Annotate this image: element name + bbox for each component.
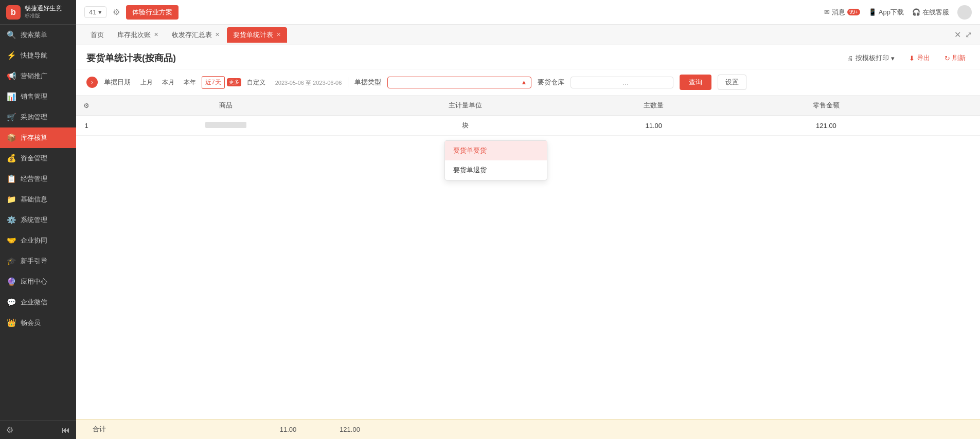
table-header-row: ⚙ 商品 主计量单位 主数量 零售金额 — [76, 96, 980, 116]
export-label: 导出 — [917, 53, 930, 63]
sidebar-item-management[interactable]: 📋 经营管理 — [0, 169, 76, 189]
row-amount: 121.00 — [732, 116, 921, 136]
filter-expand-button[interactable]: › — [86, 77, 98, 88]
header-settings-icon[interactable]: ⚙ — [113, 7, 120, 17]
appcenter-icon: 🔮 — [6, 277, 16, 287]
content-toolbar: 🖨 按模板打印 ▾ ⬇ 导出 ↻ 刷新 — [843, 51, 970, 65]
date-btn-7days[interactable]: 近7天 — [202, 76, 225, 89]
date-buttons: 上月 本月 本年 近7天 更多 自定义 — [137, 76, 269, 89]
inventory-icon: 📦 — [6, 133, 16, 143]
sidebar-item-quicknav[interactable]: ⚡ 快捷导航 — [0, 45, 76, 66]
sidebar-item-enterprise[interactable]: 🤝 企业协同 — [0, 230, 76, 251]
type-filter-chevron-icon[interactable]: ▲ — [521, 79, 527, 86]
sidebar-item-appcenter[interactable]: 🔮 应用中心 — [0, 271, 76, 292]
tab-inventory-batch-close-icon[interactable]: ✕ — [154, 31, 158, 38]
sidebar-item-marketing[interactable]: 📢 营销推广 — [0, 66, 76, 86]
sidebar-item-basic-info[interactable]: 📁 基础信息 — [0, 189, 76, 210]
footer-quantity: 11.00 — [257, 426, 319, 433]
export-button[interactable]: ⬇ 导出 — [905, 51, 934, 65]
tab-inventory-batch-label: 库存批次账 — [117, 30, 151, 40]
sidebar-item-system[interactable]: ⚙️ 系统管理 — [0, 210, 76, 230]
sidebar-item-finance[interactable]: 💰 资金管理 — [0, 148, 76, 169]
main-area: 41 ▾ ⚙ 体验行业方案 ✉ 消息 99+ 📱 App下载 🎧 在线客服 — [76, 0, 980, 439]
sidebar-footer: ⚙ ⏮ — [0, 420, 76, 439]
sidebar-item-label: 应用中心 — [21, 277, 47, 286]
date-filter-label: 单据日期 — [104, 78, 131, 87]
tab-inventory-batch[interactable]: 库存批次账 ✕ — [111, 27, 165, 43]
query-button[interactable]: 查询 — [680, 75, 711, 90]
filter-bar: › 单据日期 上月 本月 本年 近7天 更多 自定义 2023-05-06 至 … — [76, 69, 980, 96]
messages-icon: ✉ — [824, 8, 830, 16]
print-chevron-icon: ▾ — [891, 54, 895, 62]
sidebar-item-label: 企业微信 — [21, 298, 47, 307]
sidebar-item-label: 快捷导航 — [21, 51, 47, 60]
trial-button[interactable]: 体验行业方案 — [126, 5, 179, 20]
sidebar-item-label: 畅会员 — [21, 318, 41, 327]
col-settings-header[interactable]: ⚙ — [76, 96, 97, 116]
basic-info-icon: 📁 — [6, 194, 16, 205]
sidebar-logo: b 畅捷通好生意 标准版 — [0, 0, 76, 25]
tab-order-stats[interactable]: 要货单统计表 ✕ — [227, 27, 287, 43]
footer-total-label: 合计 — [93, 425, 106, 433]
sidebar-item-label: 营销推广 — [21, 71, 47, 81]
sidebar-item-label: 系统管理 — [21, 215, 47, 225]
date-range-text: 2023-05-06 至 2023-06-06 — [275, 80, 342, 86]
sidebar-item-label: 销售管理 — [21, 92, 47, 101]
enterprise-icon: 🤝 — [6, 235, 16, 246]
window-maximize-icon[interactable]: ⤢ — [965, 30, 972, 40]
finance-icon: 💰 — [6, 153, 16, 163]
sidebar-item-purchase[interactable]: 🛒 采购管理 — [0, 107, 76, 127]
date-btn-custom[interactable]: 自定义 — [243, 76, 269, 89]
tab-home-label: 首页 — [91, 30, 104, 40]
sidebar-item-search[interactable]: 🔍 搜索菜单 — [0, 25, 76, 45]
tab-summary-close-icon[interactable]: ✕ — [215, 31, 220, 38]
date-btn-last-month[interactable]: 上月 — [137, 76, 156, 89]
tab-summary[interactable]: 收发存汇总表 ✕ — [166, 27, 226, 43]
sidebar-item-guide[interactable]: 🎓 新手引导 — [0, 251, 76, 271]
sidebar-item-member[interactable]: 👑 畅会员 — [0, 313, 76, 333]
date-btn-this-month[interactable]: 本月 — [158, 76, 178, 89]
settings-footer-icon[interactable]: ⚙ — [6, 425, 13, 435]
content-area: 要货单统计表(按商品) 🖨 按模板打印 ▾ ⬇ 导出 ↻ 刷新 › — [76, 45, 980, 439]
col-amount-header: 零售金额 — [732, 96, 921, 116]
date-more-badge[interactable]: 更多 — [227, 78, 241, 86]
tab-home[interactable]: 首页 — [84, 27, 110, 43]
messages-item[interactable]: ✉ 消息 99+ — [824, 8, 860, 17]
app-download-item[interactable]: 📱 App下载 — [868, 8, 904, 17]
purchase-icon: 🛒 — [6, 112, 16, 122]
sidebar-item-inventory[interactable]: 📦 库存核算 — [0, 127, 76, 148]
management-icon: 📋 — [6, 174, 16, 184]
system-icon: ⚙️ — [6, 215, 16, 225]
row-product — [97, 116, 355, 136]
store-selector[interactable]: 41 ▾ — [84, 6, 106, 18]
online-service-item[interactable]: 🎧 在线客服 — [912, 8, 949, 17]
refresh-label: 刷新 — [952, 53, 966, 63]
set-button[interactable]: 设置 — [718, 75, 746, 90]
collapse-sidebar-icon[interactable]: ⏮ — [62, 426, 70, 435]
store-name: 41 — [89, 8, 96, 16]
type-filter-text-input[interactable] — [392, 79, 521, 86]
phone-icon: 📱 — [868, 8, 877, 16]
refresh-button[interactable]: ↻ 刷新 — [940, 51, 970, 65]
member-icon: 👑 — [6, 318, 16, 328]
app-logo-icon: b — [6, 5, 21, 20]
tab-order-stats-close-icon[interactable]: ✕ — [276, 31, 281, 38]
col-product-header: 商品 — [97, 96, 355, 116]
type-filter-input[interactable]: ▲ — [387, 77, 531, 88]
print-button[interactable]: 🖨 按模板打印 ▾ — [843, 51, 899, 65]
dropdown-item-order-goods[interactable]: 要货单要货 — [445, 141, 547, 160]
sidebar-item-sales[interactable]: 📊 销售管理 — [0, 86, 76, 107]
window-minimize-icon[interactable]: ✕ — [954, 30, 961, 40]
footer-amount: 121.00 — [319, 426, 381, 433]
sidebar-item-label: 基础信息 — [21, 195, 47, 204]
user-avatar[interactable] — [957, 5, 972, 20]
row-unit: 块 — [355, 116, 576, 136]
top-header: 41 ▾ ⚙ 体验行业方案 ✉ 消息 99+ 📱 App下载 🎧 在线客服 — [76, 0, 980, 25]
service-icon: 🎧 — [912, 8, 920, 16]
dropdown-item-order-return[interactable]: 要货单退货 — [445, 160, 547, 180]
sidebar-item-wechat[interactable]: 💬 企业微信 — [0, 292, 76, 313]
warehouse-filter-input[interactable]: … — [571, 77, 673, 88]
sidebar: b 畅捷通好生意 标准版 🔍 搜索菜单 ⚡ 快捷导航 📢 营销推广 📊 销售管理… — [0, 0, 76, 439]
export-icon: ⬇ — [909, 54, 915, 62]
date-btn-this-year[interactable]: 本年 — [180, 76, 200, 89]
